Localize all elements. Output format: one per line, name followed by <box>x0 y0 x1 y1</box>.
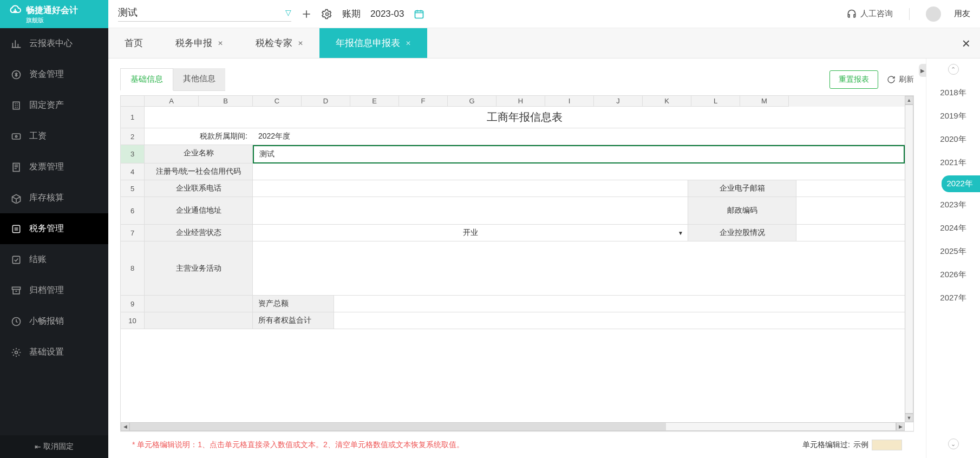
tab[interactable]: 年报信息申报表✕ <box>319 28 427 58</box>
sidebar-item-chart[interactable]: 云报表中心 <box>0 28 108 59</box>
email-cell[interactable] <box>796 180 905 197</box>
row-number[interactable]: 7 <box>121 225 145 241</box>
column-header[interactable]: I <box>545 96 594 107</box>
cell-merged <box>145 312 253 329</box>
support-link[interactable]: 人工咨询 <box>846 9 893 19</box>
company-name-cell[interactable]: 测试 <box>253 145 905 163</box>
year-item[interactable]: 2020年 <box>937 129 970 150</box>
total-assets-cell[interactable] <box>334 296 905 312</box>
subtab[interactable]: 基础信息 <box>120 68 173 91</box>
scroll-down-icon[interactable]: ▼ <box>905 414 913 422</box>
close-all-tabs[interactable]: × <box>962 35 970 51</box>
year-item[interactable]: 2026年 <box>937 264 970 285</box>
svg-point-3 <box>15 135 17 137</box>
company-selector[interactable]: 测试 ▽ <box>118 6 291 22</box>
tax-icon <box>11 224 22 234</box>
sample-label: 示例 <box>853 440 868 450</box>
row-number[interactable]: 8 <box>121 241 145 296</box>
topbar: 测试 ▽ 账期 2023-03 人工咨询 用友 <box>108 0 980 28</box>
tab-label: 首页 <box>125 37 143 49</box>
row-number[interactable]: 4 <box>121 163 145 180</box>
sidebar-item-stock[interactable]: 库存核算 <box>0 182 108 213</box>
row-number[interactable]: 6 <box>121 197 145 225</box>
scroll-up-icon[interactable]: ▲ <box>905 96 913 104</box>
sidebar-item-close-period[interactable]: 结账 <box>0 244 108 275</box>
scroll-up-years[interactable]: ⌃ <box>948 64 959 75</box>
scroll-left-icon[interactable]: ◀ <box>121 422 129 431</box>
column-header[interactable]: K <box>643 96 691 107</box>
column-header[interactable]: C <box>253 96 302 107</box>
column-header[interactable]: G <box>448 96 496 107</box>
year-item[interactable]: 2025年 <box>937 241 970 262</box>
postcode-cell[interactable] <box>796 197 905 225</box>
add-icon[interactable] <box>301 9 312 19</box>
chevron-down-icon: ▽ <box>285 8 291 17</box>
scroll-down-years[interactable]: ⌄ <box>948 439 959 449</box>
gear-icon[interactable] <box>322 9 332 19</box>
sidebar-item-settings[interactable]: 基础设置 <box>0 337 108 368</box>
tab[interactable]: 税务申报✕ <box>159 28 239 58</box>
tab[interactable]: 税检专家✕ <box>239 28 319 58</box>
sidebar-item-label: 结账 <box>29 254 47 265</box>
subtab[interactable]: 其他信息 <box>173 68 225 90</box>
refresh-button[interactable]: 刷新 <box>887 75 914 84</box>
address-cell[interactable] <box>253 197 688 225</box>
column-header[interactable]: E <box>350 96 399 107</box>
sidebar-item-salary[interactable]: 工资 <box>0 121 108 152</box>
column-header[interactable]: L <box>691 96 740 107</box>
sidebar-item-money[interactable]: 资金管理 <box>0 59 108 90</box>
year-item[interactable]: 2022年 <box>942 175 981 192</box>
sidebar-item-building[interactable]: 固定资产 <box>0 90 108 121</box>
holding-cell[interactable] <box>796 225 905 241</box>
year-item[interactable]: 2019年 <box>937 106 970 127</box>
rail-collapse-handle[interactable]: ▶ <box>919 64 926 77</box>
column-header[interactable]: H <box>496 96 545 107</box>
year-item[interactable]: 2024年 <box>937 218 970 239</box>
horizontal-scrollbar[interactable]: ◀ ▶ <box>121 422 905 431</box>
row-number[interactable]: 5 <box>121 180 145 197</box>
business-status-dropdown[interactable]: 开业 ▼ <box>253 225 688 241</box>
sidebar-item-invoice[interactable]: 发票管理 <box>0 152 108 182</box>
column-header[interactable]: D <box>302 96 350 107</box>
sheet-title: 工商年报信息表 <box>145 107 905 128</box>
calendar-icon[interactable] <box>414 9 424 19</box>
select-all-corner[interactable] <box>121 96 145 107</box>
reset-report-button[interactable]: 重置报表 <box>829 70 878 89</box>
close-icon[interactable]: ✕ <box>298 40 303 47</box>
sidebar-item-expense[interactable]: 小畅报销 <box>0 306 108 337</box>
year-item[interactable]: 2021年 <box>937 152 970 173</box>
avatar[interactable] <box>926 6 941 22</box>
close-icon[interactable]: ✕ <box>218 40 223 47</box>
tab[interactable]: 首页 <box>108 28 159 58</box>
row-number[interactable]: 3 <box>121 145 145 163</box>
scroll-right-icon[interactable]: ▶ <box>896 422 905 431</box>
column-header[interactable]: M <box>740 96 789 107</box>
credit-code-cell[interactable] <box>253 163 905 180</box>
username[interactable]: 用友 <box>954 9 970 19</box>
expense-icon <box>11 316 22 327</box>
close-icon[interactable]: ✕ <box>406 40 411 47</box>
owner-equity-cell[interactable] <box>334 312 905 329</box>
vertical-scrollbar[interactable]: ▲ ▼ <box>905 96 913 422</box>
column-header[interactable]: J <box>594 96 643 107</box>
year-item[interactable]: 2023年 <box>937 194 970 215</box>
svg-rect-2 <box>12 134 21 139</box>
sidebar-item-tax[interactable]: 税务管理 <box>0 213 108 244</box>
sidebar-item-label: 资金管理 <box>29 69 64 80</box>
column-header[interactable]: F <box>399 96 448 107</box>
row-number[interactable]: 1 <box>121 107 145 128</box>
column-header[interactable]: B <box>199 96 253 107</box>
year-item[interactable]: 2027年 <box>937 287 970 309</box>
cell-label: 所有者权益合计 <box>253 312 334 329</box>
main-business-cell[interactable] <box>253 241 905 296</box>
phone-cell[interactable] <box>253 180 688 197</box>
row-number[interactable]: 2 <box>121 128 145 145</box>
cell-label: 企业通信地址 <box>145 197 253 225</box>
period-value[interactable]: 2023-03 <box>370 9 404 19</box>
year-item[interactable]: 2018年 <box>937 82 970 103</box>
sidebar-item-archive[interactable]: 归档管理 <box>0 275 108 306</box>
unpin-sidebar[interactable]: ⇤ 取消固定 <box>0 435 108 458</box>
column-header[interactable]: A <box>145 96 199 107</box>
row-number[interactable]: 10 <box>121 312 145 329</box>
row-number[interactable]: 9 <box>121 296 145 312</box>
